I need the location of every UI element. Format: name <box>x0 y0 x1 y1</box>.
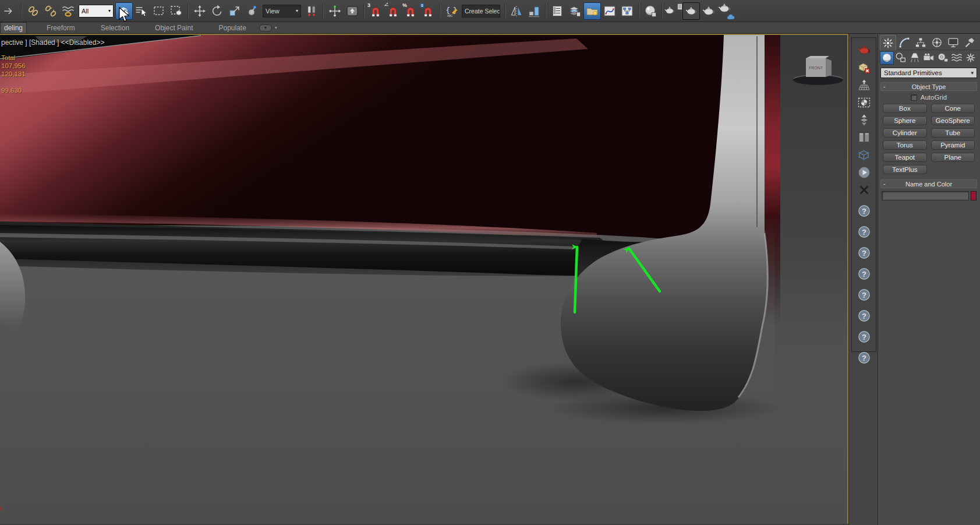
ribbon-tab-modeling[interactable]: deling <box>0 22 27 33</box>
select-and-move-button[interactable] <box>191 2 208 20</box>
main-toolbar: All ▾ View ▾ 3 % Create Selection Se ▾ <box>0 0 980 22</box>
scene-3d-car <box>0 35 847 524</box>
redo-icon[interactable] <box>1 2 19 20</box>
help-icon[interactable] <box>855 265 873 283</box>
window-crossing-button[interactable] <box>168 2 185 20</box>
object-type-rollout: - Object Type AutoGrid Box Cone Sphere G… <box>880 82 977 175</box>
perspective-viewport[interactable]: pective ] [Shaded ] <<Disabled>> Total 1… <box>0 34 848 524</box>
pyramid-button[interactable]: Pyramid <box>931 140 975 150</box>
cylinder-button[interactable]: Cylinder <box>883 128 927 138</box>
object-name-field[interactable] <box>882 191 969 200</box>
ribbon-tab-freeform[interactable]: Freeform <box>42 23 80 33</box>
toggle-scene-explorer-button[interactable] <box>549 2 566 20</box>
tab-utilities[interactable] <box>961 35 978 50</box>
subtab-shapes[interactable] <box>894 51 908 65</box>
play-icon[interactable] <box>855 164 873 181</box>
viewport-label[interactable]: pective ] [Shaded ] <<Disabled>> <box>1 38 104 47</box>
select-and-link-icon[interactable] <box>24 2 42 20</box>
schematic-view-button[interactable] <box>618 2 636 20</box>
align-button[interactable] <box>525 2 543 20</box>
keyboard-shortcut-override-button[interactable] <box>344 2 361 20</box>
sphere-button[interactable]: Sphere <box>883 116 927 125</box>
collapse-icon[interactable]: - <box>883 180 886 187</box>
mouse-cursor <box>118 7 131 23</box>
tube-button[interactable]: Tube <box>931 128 975 138</box>
teapot-button[interactable]: Teapot <box>883 153 927 162</box>
rectangular-selection-region-button[interactable] <box>150 2 168 20</box>
subtab-space-warps[interactable] <box>950 51 964 65</box>
help-icon[interactable] <box>855 286 873 304</box>
category-dropdown[interactable]: Standard Primitives ▾ <box>880 68 977 78</box>
help-icon[interactable] <box>855 349 873 367</box>
lattice-icon[interactable] <box>855 146 873 164</box>
spinner-snap-button[interactable] <box>419 2 437 20</box>
name-and-color-rollout-header[interactable]: - Name and Color <box>880 179 977 188</box>
tab-motion[interactable] <box>929 35 945 50</box>
close-icon[interactable] <box>855 181 873 199</box>
select-by-name-button[interactable] <box>133 2 150 20</box>
select-and-rotate-button[interactable] <box>208 2 226 20</box>
render-production-button[interactable] <box>700 2 717 20</box>
subtab-geometry[interactable] <box>880 51 894 65</box>
ribbon-tab-selection[interactable]: Selection <box>96 23 134 33</box>
tab-create[interactable] <box>880 35 896 50</box>
ribbon-minimize-button[interactable]: ▾ <box>259 24 272 31</box>
box-delete-icon[interactable] <box>855 59 873 76</box>
object-color-swatch[interactable] <box>971 191 977 200</box>
selection-filter-dropdown[interactable]: All ▾ <box>79 5 114 17</box>
textplus-button[interactable]: TextPlus <box>883 165 927 174</box>
angle-snap-button[interactable] <box>384 2 402 20</box>
reference-coordinate-system-dropdown[interactable]: View ▾ <box>263 5 301 17</box>
grid-arrow-icon[interactable] <box>855 76 873 94</box>
create-selection-set-combo[interactable]: Create Selection Se ▾ <box>462 5 500 17</box>
checker-select-icon[interactable] <box>855 94 873 111</box>
ribbon-tab-bar: deling Freeform Selection Object Paint P… <box>0 22 980 34</box>
viewport-canvas[interactable]: FRONT x <box>0 35 847 524</box>
help-icon[interactable] <box>855 202 873 220</box>
subtab-systems[interactable] <box>964 51 978 65</box>
unlink-selection-icon[interactable] <box>42 2 59 20</box>
select-and-scale-button[interactable] <box>226 2 243 20</box>
collapse-icon[interactable] <box>855 111 873 129</box>
ribbon-tab-object-paint[interactable]: Object Paint <box>150 23 197 33</box>
percent-snap-button[interactable]: % <box>402 2 419 20</box>
snap-toggle-3d-button[interactable]: 3 <box>367 2 384 20</box>
toggle-ribbon-button[interactable] <box>583 2 601 20</box>
help-icon[interactable] <box>855 223 873 241</box>
box-button[interactable]: Box <box>883 104 927 113</box>
material-editor-button[interactable] <box>642 2 659 20</box>
edit-named-selection-sets-button[interactable] <box>443 2 460 20</box>
select-and-manipulate-button[interactable] <box>326 2 344 20</box>
subtab-cameras[interactable] <box>922 51 936 65</box>
help-icon[interactable] <box>855 307 873 325</box>
panels-icon[interactable] <box>855 129 873 146</box>
geosphere-button[interactable]: GeoSphere <box>931 116 975 125</box>
teapot-icon[interactable] <box>855 41 873 59</box>
help-icon[interactable] <box>855 244 873 262</box>
help-icon[interactable] <box>855 328 873 346</box>
tab-display[interactable] <box>945 35 961 50</box>
torus-button[interactable]: Torus <box>883 140 927 150</box>
tab-modify[interactable] <box>896 35 912 50</box>
select-and-place-button[interactable] <box>243 2 261 20</box>
toggle-layer-explorer-button[interactable] <box>566 2 583 20</box>
ribbon-tab-populate[interactable]: Populate <box>214 23 250 33</box>
object-type-title: Object Type <box>912 83 946 90</box>
bind-to-space-warp-icon[interactable] <box>59 2 77 20</box>
rendered-frame-window-button[interactable] <box>682 2 700 20</box>
ribbon-options-caret-icon[interactable]: ▾ <box>275 25 277 30</box>
chevron-down-icon: ▾ <box>971 70 974 76</box>
curve-editor-button[interactable] <box>601 2 618 20</box>
object-type-rollout-header[interactable]: - Object Type <box>880 82 977 91</box>
mirror-button[interactable] <box>508 2 525 20</box>
plane-button[interactable]: Plane <box>931 153 975 162</box>
subtab-helpers[interactable] <box>936 51 950 65</box>
use-pivot-point-center-button[interactable] <box>303 2 320 20</box>
render-in-cloud-button[interactable] <box>717 2 735 20</box>
render-setup-button[interactable] <box>665 2 682 20</box>
tab-hierarchy[interactable] <box>912 35 929 50</box>
subtab-lights[interactable] <box>908 51 922 65</box>
cone-button[interactable]: Cone <box>931 104 975 113</box>
autogrid-checkbox[interactable] <box>911 94 917 101</box>
collapse-icon[interactable]: - <box>883 83 886 90</box>
